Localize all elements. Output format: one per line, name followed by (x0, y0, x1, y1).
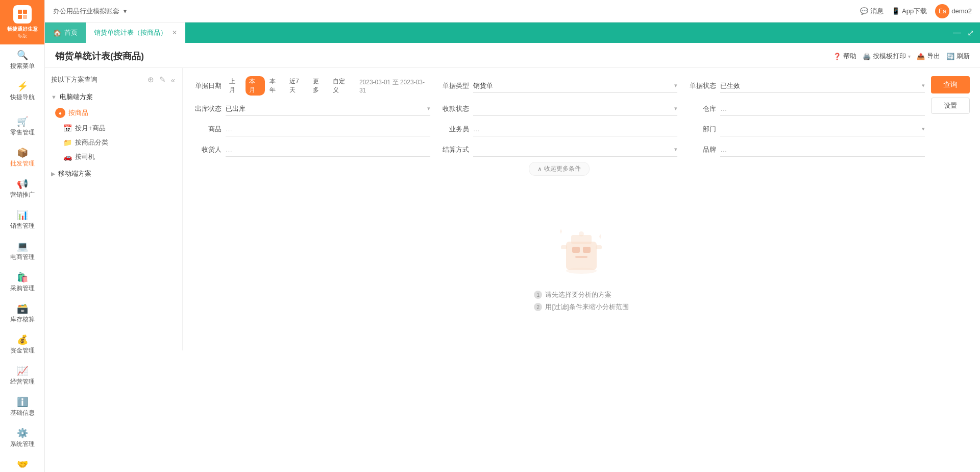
content-area: 销货单统计表(按商品) ❓ 帮助 🖨️ 按模板打印 ▾ 📤 导出 (45, 43, 980, 472)
query-filters: 单据日期 上月 本月 本年 近7天 更多 自定义 (193, 76, 925, 178)
outbound-select[interactable]: 已出库 ▾ (226, 102, 430, 116)
outbound-value: 已出库 (226, 104, 425, 113)
collapse-panel-button[interactable]: « (170, 75, 176, 85)
sidebar-item-retail[interactable]: 🛒 零售管理 (0, 111, 44, 142)
storage-input[interactable]: … (720, 102, 925, 116)
brand-input[interactable]: … (720, 143, 925, 157)
tree-item-by-category[interactable]: 📁 按商品分类 (45, 135, 182, 150)
filter-doc-type: 单据类型 销货单 ▾ (440, 76, 678, 96)
sidebar-item-quicknav[interactable]: ⚡ 快捷导航 (0, 76, 44, 107)
sidebar-item-marketing[interactable]: 📢 营销推广 (0, 173, 44, 204)
goods-label: 商品 (193, 125, 222, 134)
settings-button[interactable]: 设置 (931, 98, 970, 114)
calendar-icon: 📅 (63, 124, 72, 132)
outbound-label: 出库状态 (193, 104, 222, 113)
empty-tips: 1 请先选择要分析的方案 2 用[过滤]条件来缩小分析范围 (534, 290, 628, 312)
tab-maximize-button[interactable]: ⤢ (966, 27, 975, 39)
app-download-button[interactable]: 📱 App下载 (892, 7, 927, 16)
sidebar-item-wholesale[interactable]: 📦 批发管理 (0, 142, 44, 173)
date-btn-7days[interactable]: 近7天 (286, 76, 308, 96)
category-icon: 📁 (63, 138, 72, 147)
doc-status-select[interactable]: 已生效 ▾ (720, 79, 925, 93)
svg-point-11 (579, 231, 584, 237)
print-button[interactable]: 🖨️ 按模板打印 ▾ (863, 52, 911, 61)
sidebar-item-enterprise-collab[interactable]: 🤝 企业协同 (0, 454, 44, 472)
edit-scheme-button[interactable]: ✎ (158, 74, 167, 85)
query-button[interactable]: 查询 (931, 76, 970, 93)
collection-label: 收款状态 (440, 104, 469, 113)
page-container: 销货单统计表(按商品) ❓ 帮助 🖨️ 按模板打印 ▾ 📤 导出 (45, 43, 980, 472)
filter-panel: 按以下方案查询 ⊕ ✎ « ▼ 电脑端方案 ● 按商品 (45, 68, 183, 350)
goods-input[interactable]: … (226, 122, 430, 136)
industry-dropdown[interactable]: ▾ (124, 8, 127, 15)
query-area: 单据日期 上月 本月 本年 近7天 更多 自定义 (193, 76, 970, 178)
collection-arrow: ▾ (674, 105, 677, 112)
sidebar-item-inventory[interactable]: 🗃️ 库存核算 (0, 298, 44, 329)
salesperson-input[interactable]: … (473, 122, 678, 136)
salesperson-dots: … (473, 125, 678, 133)
sidebar-item-search[interactable]: 🔍 搜索菜单 (0, 44, 44, 76)
main-area: 办公用品行业模拟账套 ▾ 💬 消息 📱 App下载 Ea demo2 🏠 首页 (45, 0, 980, 472)
app-logo[interactable]: 畅捷通好生意 标版 (0, 0, 45, 44)
filter-row-4: 收货人 … 结算方式 ▾ (193, 143, 925, 157)
date-btn-this-month[interactable]: 本月 (246, 76, 264, 96)
salesperson-label: 业务员 (440, 125, 469, 134)
goods-dots: … (226, 125, 430, 133)
filter-row-1: 单据日期 上月 本月 本年 近7天 更多 自定义 (193, 76, 925, 96)
settlement-select[interactable]: ▾ (473, 143, 678, 157)
refresh-button[interactable]: 🔄 刷新 (946, 52, 970, 61)
system-icon: ⚙️ (17, 428, 28, 439)
filter-salesperson: 业务员 … (440, 122, 678, 136)
add-scheme-button[interactable]: ⊕ (146, 74, 155, 85)
filter-goods: 商品 … (193, 122, 430, 136)
tab-sales-statistics[interactable]: 销货单统计表（按商品） ✕ (86, 22, 185, 43)
settlement-arrow: ▾ (674, 146, 677, 153)
message-button[interactable]: 💬 消息 (860, 7, 884, 16)
export-button[interactable]: 📤 导出 (917, 52, 940, 61)
doc-type-select[interactable]: 销货单 ▾ (473, 79, 678, 93)
filter-dept: 部门 ▾ (688, 122, 925, 136)
filter-brand: 品牌 … (688, 143, 925, 157)
tree-item-by-goods[interactable]: ● 按商品 (45, 105, 182, 121)
tree-category-mobile[interactable]: ▶ 移动端方案 (45, 166, 182, 181)
storage-label: 仓库 (688, 104, 716, 113)
svg-rect-9 (596, 245, 602, 249)
tab-close-button[interactable]: ✕ (172, 29, 177, 36)
help-button[interactable]: ❓ 帮助 (833, 52, 856, 61)
inventory-icon: 🗃️ (17, 303, 28, 314)
date-btn-more[interactable]: 更多 (309, 76, 328, 96)
sidebar-item-basic-info[interactable]: ℹ️ 基础信息 (0, 391, 44, 422)
export-icon: 📤 (917, 53, 925, 60)
empty-tip-2: 2 用[过滤]条件来缩小分析范围 (534, 302, 628, 312)
sidebar-item-operations[interactable]: 📈 经营管理 (0, 360, 44, 391)
print-icon: 🖨️ (863, 53, 871, 60)
empty-tip-1: 1 请先选择要分析的方案 (534, 290, 628, 299)
date-range-text: 2023-03-01 至 2023-03-31 (359, 78, 430, 94)
page-title: 销货单统计表(按商品) (55, 50, 144, 62)
message-icon: 💬 (860, 7, 868, 15)
tab-minimize-button[interactable]: — (952, 27, 962, 38)
sidebar-item-purchase[interactable]: 🛍️ 采购管理 (0, 267, 44, 298)
sidebar-item-ecommerce[interactable]: 💻 电商管理 (0, 235, 44, 267)
doc-status-arrow: ▾ (922, 82, 925, 89)
svg-rect-6 (583, 247, 591, 253)
dept-select[interactable]: ▾ (720, 122, 925, 136)
sidebar-item-finance[interactable]: 💰 资金管理 (0, 329, 44, 360)
date-btn-custom[interactable]: 自定义 (329, 76, 354, 96)
sidebar-item-system[interactable]: ⚙️ 系统管理 (0, 422, 44, 454)
doc-type-arrow: ▾ (674, 82, 677, 89)
tab-bar: 🏠 首页 销货单统计表（按商品） ✕ — ⤢ (45, 22, 980, 43)
tree-category-pc[interactable]: ▼ 电脑端方案 (45, 89, 182, 105)
refresh-icon: 🔄 (946, 53, 954, 60)
collapse-button[interactable]: ∧ 收起更多条件 (529, 162, 590, 176)
filter-storage: 仓库 … (688, 102, 925, 116)
tree-item-by-driver[interactable]: 🚗 按司机 (45, 150, 182, 164)
date-btn-last-month[interactable]: 上月 (226, 76, 244, 96)
user-avatar[interactable]: Ea demo2 (935, 4, 972, 18)
date-btn-this-year[interactable]: 本年 (266, 76, 285, 96)
tab-home[interactable]: 🏠 首页 (45, 22, 86, 43)
tree-item-by-month-goods[interactable]: 📅 按月+商品 (45, 121, 182, 135)
sidebar-item-sales[interactable]: 📊 销售管理 (0, 204, 44, 235)
receiver-input[interactable]: … (226, 143, 430, 157)
collection-select[interactable]: ▾ (473, 102, 678, 116)
